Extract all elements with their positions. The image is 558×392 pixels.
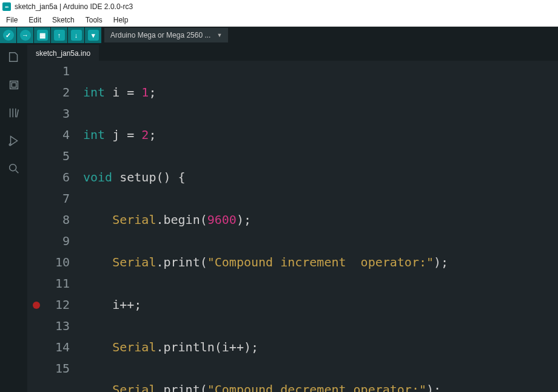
toolbar: ✓ → ▦ ↑ ↓ ▾ Arduino Mega or Mega 2560 ..… [0, 27, 558, 44]
explorer-icon[interactable] [7, 50, 21, 64]
new-button[interactable]: ▦ [34, 27, 50, 43]
code-line: int i = 1; [83, 82, 558, 103]
line-number: 11 [45, 273, 70, 294]
code-line: Serial.print("Compound decrement operato… [83, 379, 558, 392]
menu-edit[interactable]: Edit [24, 15, 46, 25]
line-number: 7 [45, 188, 70, 209]
library-manager-icon[interactable] [7, 106, 21, 120]
chevron-down-icon: ▼ [217, 32, 222, 38]
line-number: 1 [45, 61, 70, 82]
serial-monitor-button[interactable]: ▾ [85, 27, 101, 43]
line-number: 3 [45, 103, 70, 124]
board-label: Arduino Mega or Mega 2560 ... [110, 31, 210, 39]
code-line: i++; [83, 294, 558, 316]
line-number: 6 [45, 167, 70, 188]
menu-file[interactable]: File [1, 15, 22, 25]
app-body: sketch_jan5a.ino 1 2 3 4 5 6 7 8 9 10 11 [0, 44, 558, 392]
code-content[interactable]: int i = 1; int j = 2; void setup() { Ser… [77, 61, 558, 392]
code-line: Serial.println(i++); [83, 337, 558, 358]
code-editor[interactable]: 1 2 3 4 5 6 7 8 9 10 11 12 13 14 15 int … [27, 61, 558, 392]
activity-bar [0, 44, 27, 392]
line-number: 12 [45, 294, 70, 316]
menu-help[interactable]: Help [109, 15, 133, 25]
window-title: sketch_jan5a | Arduino IDE 2.0.0-rc3 [15, 2, 133, 11]
line-number-gutter: 1 2 3 4 5 6 7 8 9 10 11 12 13 14 15 [45, 61, 77, 392]
svg-point-3 [9, 164, 16, 171]
breakpoint-dot[interactable] [33, 302, 40, 309]
arrow-up-icon: ↑ [54, 30, 65, 41]
menubar: File Edit Sketch Tools Help [0, 13, 558, 27]
tab-bar: sketch_jan5a.ino [27, 44, 558, 61]
check-icon: ✓ [3, 30, 14, 41]
board-selector[interactable]: Arduino Mega or Mega 2560 ... ▼ [104, 28, 228, 42]
line-number: 15 [45, 358, 70, 379]
debug-icon[interactable] [7, 133, 21, 148]
code-line: int j = 2; [83, 124, 558, 146]
caret-down-icon: ▾ [88, 30, 99, 41]
menu-tools[interactable]: Tools [81, 15, 107, 25]
open-button[interactable]: ↑ [51, 27, 67, 43]
menu-sketch[interactable]: Sketch [47, 15, 79, 25]
upload-button[interactable]: → [17, 27, 33, 43]
verify-button[interactable]: ✓ [0, 27, 16, 43]
grid-icon: ▦ [37, 30, 48, 41]
line-number: 2 [45, 82, 70, 103]
line-number: 10 [45, 252, 70, 273]
app-icon: ∞ [2, 2, 11, 11]
code-line: Serial.begin(9600); [83, 209, 558, 231]
arrow-right-icon: → [20, 30, 31, 41]
editor: sketch_jan5a.ino 1 2 3 4 5 6 7 8 9 10 11 [27, 44, 558, 392]
window-titlebar: ∞ sketch_jan5a | Arduino IDE 2.0.0-rc3 [0, 0, 558, 13]
line-number: 13 [45, 316, 70, 337]
line-number: 5 [45, 146, 70, 167]
svg-rect-0 [10, 81, 18, 89]
svg-point-2 [9, 144, 11, 146]
svg-rect-1 [12, 83, 16, 87]
arrow-down-icon: ↓ [71, 30, 82, 41]
line-number: 9 [45, 231, 70, 252]
breakpoint-gutter[interactable] [27, 61, 45, 392]
tab-sketch[interactable]: sketch_jan5a.ino [27, 45, 99, 61]
line-number: 14 [45, 337, 70, 358]
code-line: Serial.print("Compound increment operato… [83, 252, 558, 273]
line-number: 4 [45, 124, 70, 146]
search-icon[interactable] [7, 161, 21, 176]
line-number: 8 [45, 209, 70, 231]
boards-manager-icon[interactable] [7, 78, 21, 92]
save-button[interactable]: ↓ [68, 27, 84, 43]
code-line: void setup() { [83, 167, 558, 188]
